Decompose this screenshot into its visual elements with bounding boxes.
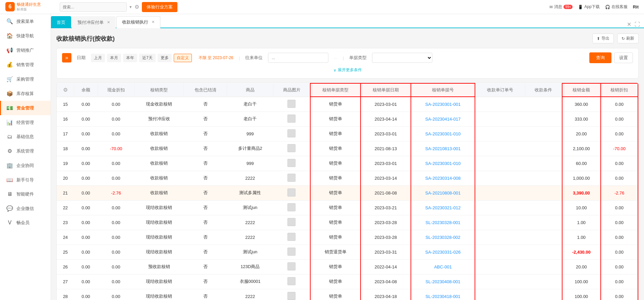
sidebar-item-basic-info[interactable]: 🗂 基础信息 — [0, 130, 51, 144]
top-search-input[interactable] — [60, 2, 127, 12]
date-label: 日期 — [77, 55, 86, 61]
date-pills: 上月 本月 本年 近7天 更多 自定义 — [91, 54, 192, 62]
col-balance: 余额 — [74, 83, 98, 97]
table-row: 200.000.00收款核销否2222销货单2023-03-14SA-20230… — [57, 171, 638, 185]
page-title-row: 收款核销执行(按收款) ⬆ 导出 ↻ 刷新 — [56, 34, 639, 43]
sidebar-item-guide[interactable]: 📖 新手引导 — [0, 173, 51, 187]
sidebar-item-corp[interactable]: 🏢 企业协同 — [0, 158, 51, 173]
tab-prepay-close[interactable]: ✕ — [107, 20, 110, 25]
table-row: 150.000.00现金收款核销否老白干销货单2023-03-01SA-2023… — [57, 97, 638, 112]
sidebar-item-finance[interactable]: 💵 资金管理 — [0, 101, 51, 115]
app-download-btn[interactable]: 📱 App下载 — [578, 4, 599, 10]
tab-bar: 首页 预付冲应付单 ✕ 收款核销执行 ✕ ✕ ⛶ — [51, 14, 644, 28]
product-img-cell — [273, 185, 310, 200]
message-label: 消息 — [554, 4, 562, 10]
date-pill-custom[interactable]: 自定义 — [174, 54, 192, 62]
voucher-type-label: 单据类型 — [349, 55, 367, 61]
filter-row: » 日期 上月 本月 本年 近7天 更多 自定义 不限 至 2023-07-26… — [62, 52, 633, 63]
tab-collect[interactable]: 收款核销执行 ✕ — [116, 16, 160, 28]
partner-input[interactable] — [268, 53, 328, 63]
date-pill-last-month[interactable]: 上月 — [91, 54, 105, 62]
product-img-cell — [273, 156, 310, 171]
user-avatar[interactable]: Rit — [633, 4, 639, 9]
tab-home-label: 首页 — [57, 19, 65, 26]
brand-name: 畅捷通好生意 — [17, 2, 41, 7]
basic-info-icon: 🗂 — [6, 134, 13, 140]
corp-icon: 🏢 — [6, 162, 13, 169]
sidebar-item-purchase[interactable]: 🛒 采购管理 — [0, 72, 51, 86]
col-product-img: 商品图片 — [273, 83, 310, 97]
marketing-icon: 📢 — [6, 47, 13, 53]
message-btn[interactable]: ✉ 消息 99+ — [549, 4, 573, 10]
refresh-btn[interactable]: ↻ 刷新 — [617, 34, 639, 43]
sidebar-item-search[interactable]: 🔍 搜索菜单 — [0, 14, 51, 29]
col-collect-condition: 收款条件 — [525, 83, 562, 97]
tab-collect-label: 收款核销执行 — [122, 19, 148, 25]
sidebar-item-hardware[interactable]: 🖥 智能硬件 — [0, 187, 51, 201]
voucher-type-select[interactable] — [372, 53, 432, 63]
product-img-cell — [273, 215, 310, 230]
sidebar-item-quick-nav[interactable]: 🏠 快捷导航 — [0, 29, 51, 43]
top-bar-right: ✉ 消息 99+ 📱 App下载 🎧 在线客服 Rit — [549, 4, 639, 10]
settings-icon[interactable]: ⚙ — [135, 4, 139, 10]
tab-collect-close[interactable]: ✕ — [152, 20, 155, 24]
phone-icon: 📱 — [578, 5, 583, 9]
col-verify-type: 核销类型 — [135, 83, 184, 97]
search-icon: 🔍 — [6, 18, 13, 25]
sidebar-item-wechat[interactable]: 💬 企业微信 — [0, 201, 51, 216]
table-header-row: ⚙ 余额 现金折扣 核销类型 包含已结清 商品 商品图片 核销单据类型 核销单据… — [57, 83, 638, 97]
date-pill-more[interactable]: 更多 — [158, 54, 172, 62]
sidebar-item-inventory[interactable]: 📦 库存核算 — [0, 86, 51, 101]
table-row: 210.00-2.76收款核销否测试多属性销货单2021-08-08SA-202… — [57, 185, 638, 200]
main-content: 首页 预付冲应付单 ✕ 收款核销执行 ✕ ✕ ⛶ 收款核销执行(按收款) — [51, 14, 644, 300]
page-title: 收款核销执行(按收款) — [56, 35, 115, 43]
sidebar-label-system: 系统管理 — [16, 148, 34, 154]
filter-expand-btn[interactable]: » — [62, 53, 71, 62]
tab-prepay-label: 预付冲应付单 — [77, 19, 104, 26]
setting-btn[interactable]: 设置 — [614, 52, 633, 63]
table-row: 230.000.00现结收款核销否2222销货单2023-03-28SL-202… — [57, 215, 638, 230]
product-img-cell — [273, 274, 310, 289]
hardware-icon: 🖥 — [6, 191, 13, 197]
tab-prepay[interactable]: 预付冲应付单 ✕ — [72, 16, 116, 28]
dropdown-icon[interactable]: ▾ — [129, 4, 132, 9]
table-row: 270.000.00现结收款核销否衣服00001销货单2023-04-08SL-… — [57, 274, 638, 289]
brand-sub: 标准版 — [17, 7, 41, 12]
page-body: 收款核销执行(按收款) ⬆ 导出 ↻ 刷新 » 日期 — [51, 28, 644, 300]
col-verify-discount: 核销折扣 — [601, 83, 638, 97]
date-pill-7days[interactable]: 近7天 — [139, 54, 156, 62]
expand-more-btn[interactable]: ∨ 展开更多条件 — [331, 66, 365, 74]
date-range-text: 不限 至 2023-07-26 — [199, 55, 233, 61]
col-collect-order-no: 收款单订单号 — [475, 83, 525, 97]
sidebar-item-system[interactable]: ⚙ 系统管理 — [0, 144, 51, 158]
date-pill-this-year[interactable]: 本年 — [123, 54, 137, 62]
sidebar-item-member[interactable]: V 畅会员 — [0, 216, 51, 230]
tab-expand-icon[interactable]: ⛶ — [635, 22, 640, 28]
industry-btn[interactable]: 体验行业方案 — [142, 2, 177, 12]
sidebar-label-wechat: 企业微信 — [16, 206, 34, 212]
tab-close-all-icon[interactable]: ✕ — [627, 21, 631, 28]
query-btn[interactable]: 查询 — [589, 52, 611, 63]
product-img-cell — [273, 200, 310, 215]
table-row: 220.000.00现结收款核销否测试jun销货单2023-03-21SA-20… — [57, 200, 638, 215]
table-row: 160.000.00预付冲应收否老白干销货单2023-04-14SA-20230… — [57, 112, 638, 126]
col-gear[interactable]: ⚙ — [57, 83, 74, 97]
sidebar-label-basic-info: 基础信息 — [16, 134, 34, 140]
member-icon: V — [6, 220, 13, 226]
sidebar: 🔍 搜索菜单 🏠 快捷导航 📢 营销推广 💰 销售管理 🛒 采购管理 📦 库存核… — [0, 14, 51, 300]
table-row: 280.000.00现结收款核销否2222销货单2023-04-18SL-202… — [57, 289, 638, 300]
sidebar-item-sales[interactable]: 💰 销售管理 — [0, 57, 51, 72]
export-btn[interactable]: ⬆ 导出 — [592, 34, 614, 43]
tab-home[interactable]: 首页 — [51, 16, 71, 28]
date-pill-this-month[interactable]: 本月 — [107, 54, 121, 62]
online-service-btn[interactable]: 🎧 在线客服 — [605, 4, 628, 10]
brand-logo: 6 畅捷通好生意 标准版 — [5, 2, 56, 11]
sidebar-item-operations[interactable]: 📊 经营管理 — [0, 115, 51, 130]
purchase-icon: 🛒 — [6, 76, 13, 82]
sidebar-item-marketing[interactable]: 📢 营销推广 — [0, 43, 51, 57]
product-img-cell — [273, 97, 310, 112]
wechat-icon: 💬 — [6, 205, 13, 212]
main-table: ⚙ 余额 现金折扣 核销类型 包含已结清 商品 商品图片 核销单据类型 核销单据… — [57, 83, 638, 300]
system-icon: ⚙ — [6, 148, 13, 154]
table-row: 190.000.00收款核销否999销货单2023-03-01SA-202303… — [57, 156, 638, 171]
